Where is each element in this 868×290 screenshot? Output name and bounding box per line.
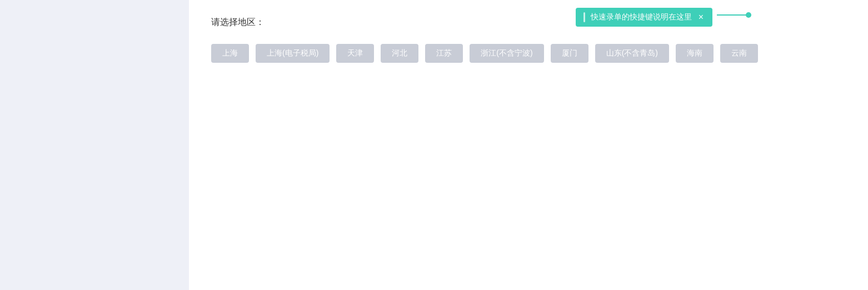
tooltip-bar xyxy=(583,12,585,22)
region-button-shanghai-etax[interactable]: 上海(电子税局) xyxy=(256,44,330,63)
region-button-xiamen[interactable]: 厦门 xyxy=(551,44,588,63)
region-button-tianjin[interactable]: 天津 xyxy=(336,44,374,63)
tooltip-text: 快速录单的快捷键说明在这里 xyxy=(591,12,692,22)
region-button-yunnan[interactable]: 云南 xyxy=(720,44,758,63)
region-button-zhejiang[interactable]: 浙江(不含宁波) xyxy=(470,44,543,63)
region-button-hebei[interactable]: 河北 xyxy=(381,44,418,63)
region-button-jiangsu[interactable]: 江苏 xyxy=(425,44,463,63)
page-title: 请选择地区： xyxy=(211,17,846,28)
region-buttons-container: 上海上海(电子税局)天津河北江苏浙江(不含宁波)厦门山东(不含青岛)海南云南 xyxy=(211,44,846,63)
main-content: 请选择地区： 上海上海(电子税局)天津河北江苏浙江(不含宁波)厦门山东(不含青岛… xyxy=(189,0,868,290)
tooltip-banner: 快速录单的快捷键说明在这里 × xyxy=(576,8,712,27)
region-button-hainan[interactable]: 海南 xyxy=(676,44,714,63)
tooltip-connector-line xyxy=(717,14,749,16)
tooltip-connector-dot xyxy=(746,12,751,18)
tooltip-close-button[interactable]: × xyxy=(697,13,705,22)
region-button-shanghai[interactable]: 上海 xyxy=(211,44,249,63)
region-button-shandong[interactable]: 山东(不含青岛) xyxy=(595,44,669,63)
sidebar xyxy=(0,0,189,290)
